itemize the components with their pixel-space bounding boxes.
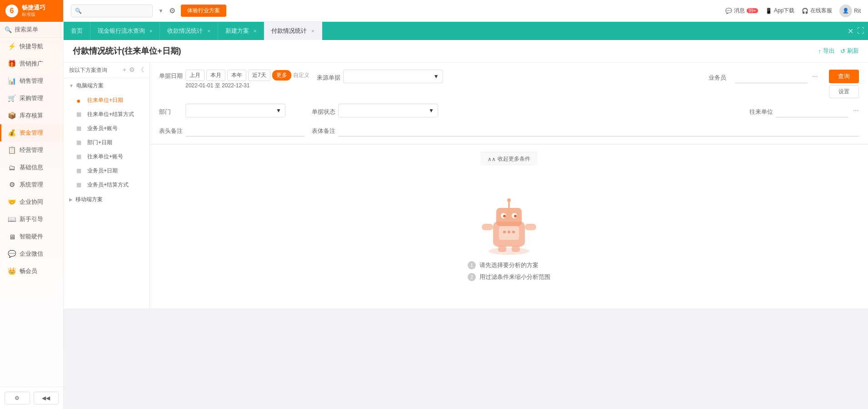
source-label: 来源单据 bbox=[317, 71, 340, 82]
tab-cashflow-close-icon[interactable]: × bbox=[150, 28, 152, 34]
scheme-add-icon[interactable]: + bbox=[123, 66, 126, 74]
source-select[interactable]: ▼ bbox=[343, 70, 443, 83]
app-download-button[interactable]: 📱 App下载 bbox=[765, 7, 794, 15]
body-note-input[interactable] bbox=[338, 123, 859, 136]
page-header: 付款情况统计(往来单位+日期) ↑ 导出 ↺ 刷新 bbox=[64, 40, 868, 62]
tab-home-label: 首页 bbox=[71, 27, 83, 35]
scheme-item-label: 业务员+结算方式 bbox=[87, 181, 129, 189]
scheme-settings-icon[interactable]: ⚙ bbox=[129, 66, 135, 74]
collapse-button[interactable]: ∧∧ 收起更多条件 bbox=[480, 152, 538, 166]
topbar: 🔍 ▼ ⚙ 体验行业方案 💬 消息 99+ 📱 App下载 🎧 在线客服 � bbox=[64, 0, 868, 22]
tab-new[interactable]: 新建方案 × bbox=[218, 22, 264, 40]
scheme-collapse-icon[interactable]: 《 bbox=[138, 66, 144, 74]
collapse-up-icon: ∧∧ bbox=[488, 156, 496, 162]
tab-payment[interactable]: 付款情况统计 × bbox=[264, 22, 322, 40]
sidebar-item-label: 资金管理 bbox=[20, 129, 43, 137]
robot-svg bbox=[477, 197, 541, 256]
scheme-item-counterpart-account[interactable]: ▦ 往来单位+账号 bbox=[64, 150, 150, 164]
scheme-item-salesman-account[interactable]: ▦ 业务员+账号 bbox=[64, 121, 150, 136]
tab-receipt[interactable]: 收款情况统计 × bbox=[160, 22, 218, 40]
date-btn-last-month[interactable]: 上月 bbox=[185, 70, 205, 81]
svg-point-8 bbox=[507, 198, 511, 202]
scheme-item-label: 业务员+日期 bbox=[87, 167, 118, 175]
message-button[interactable]: 💬 消息 99+ bbox=[725, 7, 758, 15]
empty-tip-1: 1 请先选择要分析的方案 bbox=[468, 261, 550, 269]
sidebar-item-guide[interactable]: 📖 新手引导 bbox=[0, 211, 63, 228]
status-select[interactable]: ▼ bbox=[338, 104, 438, 117]
sidebar-item-hardware[interactable]: 🖥 智能硬件 bbox=[0, 228, 63, 245]
sidebar-item-capital[interactable]: 💰 资金管理 bbox=[0, 124, 63, 141]
scheme-item-dept-date[interactable]: ▦ 部门+日期 bbox=[64, 136, 150, 150]
dept-select[interactable]: ▼ bbox=[185, 104, 285, 117]
scheme-item-counterpart-settlement[interactable]: ▦ 往来单位+结算方式 bbox=[64, 107, 150, 121]
scheme-group-desktop-title[interactable]: ▼ 电脑端方案 bbox=[64, 78, 150, 93]
topbar-gear-icon[interactable]: ⚙ bbox=[169, 6, 175, 15]
search-menu[interactable]: 🔍 搜索菜单 bbox=[0, 22, 63, 38]
tab-expand-icon[interactable]: ⛶ bbox=[857, 27, 864, 35]
system-icon: ⚙ bbox=[8, 181, 16, 189]
sidebar-item-purchase[interactable]: 🛒 采购管理 bbox=[0, 90, 63, 107]
date-btn-this-month[interactable]: 本月 bbox=[206, 70, 225, 81]
sidebar-item-wechat[interactable]: 💬 企业微信 bbox=[0, 245, 63, 263]
purchase-icon: 🛒 bbox=[8, 94, 16, 102]
tab-payment-close-icon[interactable]: × bbox=[311, 28, 314, 34]
sidebar-item-sales[interactable]: 📊 销售管理 bbox=[0, 72, 63, 90]
app-icon: 📱 bbox=[765, 8, 772, 14]
sidebar-item-basic[interactable]: 🗂 基础信息 bbox=[0, 159, 63, 176]
tab-receipt-close-icon[interactable]: × bbox=[207, 28, 210, 34]
sidebar-item-system[interactable]: ⚙ 系统管理 bbox=[0, 176, 63, 193]
sidebar-settings-button[interactable]: ⚙ bbox=[5, 392, 30, 404]
scheme-item-salesman-settlement[interactable]: ▦ 业务员+结算方式 bbox=[64, 178, 150, 192]
scheme-group-mobile-title[interactable]: ▶ 移动端方案 bbox=[64, 192, 150, 207]
date-btn-this-year[interactable]: 本年 bbox=[227, 70, 246, 81]
sidebar-item-member[interactable]: 👑 畅会员 bbox=[0, 263, 63, 280]
source-filter: 来源单据 ▼ bbox=[317, 70, 701, 83]
salesman-filter: 业务员 ··· bbox=[708, 70, 818, 83]
sidebar-item-marketing[interactable]: 🎁 营销推广 bbox=[0, 55, 63, 72]
counterpart-label: 往来单位 bbox=[749, 106, 773, 116]
service-button[interactable]: 🎧 在线客服 bbox=[802, 7, 832, 15]
header-note-input[interactable] bbox=[185, 123, 304, 136]
sidebar-item-shortcut[interactable]: ⚡ 快捷导航 bbox=[0, 38, 63, 55]
counterpart-dots[interactable]: ··· bbox=[853, 106, 859, 115]
sidebar-item-inventory[interactable]: 📦 库存核算 bbox=[0, 107, 63, 124]
logo-sub: 标准版 bbox=[22, 11, 45, 18]
scheme-item-salesman-date[interactable]: ▦ 业务员+日期 bbox=[64, 164, 150, 178]
tab-close-all-icon[interactable]: ✕ bbox=[848, 27, 853, 35]
marketing-icon: 🎁 bbox=[8, 60, 16, 68]
page-actions: ↑ 导出 ↺ 刷新 bbox=[818, 47, 859, 55]
counterpart-input[interactable] bbox=[776, 104, 848, 117]
trial-button[interactable]: 体验行业方案 bbox=[181, 5, 226, 17]
refresh-button[interactable]: ↺ 刷新 bbox=[840, 47, 859, 55]
user-profile[interactable]: 👤 Rit bbox=[839, 5, 861, 17]
tab-new-close-icon[interactable]: × bbox=[254, 28, 256, 34]
tab-home[interactable]: 首页 bbox=[64, 22, 90, 40]
sidebar-item-business[interactable]: 📋 经营管理 bbox=[0, 141, 63, 159]
topbar-search-box[interactable]: 🔍 bbox=[71, 5, 153, 17]
salesman-dots[interactable]: ··· bbox=[812, 72, 818, 81]
date-btn-more[interactable]: 更多 bbox=[272, 70, 291, 81]
hardware-icon: 🖥 bbox=[8, 232, 16, 241]
date-filter: 单据日期 上月 本月 本年 近7天 更多 自定义 20 bbox=[159, 70, 309, 90]
export-button[interactable]: ↑ 导出 bbox=[818, 47, 835, 55]
date-options: 上月 本月 本年 近7天 更多 自定义 2022-01-01 至 2022-12… bbox=[185, 70, 309, 90]
sales-icon: 📊 bbox=[8, 77, 16, 85]
topbar-dropdown-arrow[interactable]: ▼ bbox=[158, 8, 164, 14]
wechat-icon: 💬 bbox=[8, 250, 16, 258]
topbar-search-icon: 🔍 bbox=[75, 8, 82, 14]
tab-cashflow[interactable]: 现金银行流水查询 × bbox=[90, 22, 160, 40]
sidebar-item-label: 快捷导航 bbox=[20, 42, 43, 50]
sidebar-item-enterprise[interactable]: 🤝 企业协同 bbox=[0, 193, 63, 211]
sidebar-collapse-button[interactable]: ◀◀ bbox=[34, 392, 59, 404]
date-custom-label[interactable]: 自定义 bbox=[293, 71, 309, 79]
query-actions: 查询 设置 bbox=[829, 70, 859, 98]
filter-settings-button[interactable]: 设置 bbox=[829, 85, 859, 98]
tab-new-label: 新建方案 bbox=[225, 27, 249, 35]
tip-text-1: 请先选择要分析的方案 bbox=[479, 261, 539, 269]
scheme-item-counterpart-date[interactable]: ● 往来单位+日期 bbox=[64, 93, 150, 107]
filter-row-1: 单据日期 上月 本月 本年 近7天 更多 自定义 20 bbox=[159, 70, 859, 98]
date-btn-7days[interactable]: 近7天 bbox=[248, 70, 270, 81]
message-badge: 99+ bbox=[747, 8, 758, 13]
salesman-input[interactable] bbox=[735, 70, 808, 83]
query-button[interactable]: 查询 bbox=[829, 70, 859, 83]
